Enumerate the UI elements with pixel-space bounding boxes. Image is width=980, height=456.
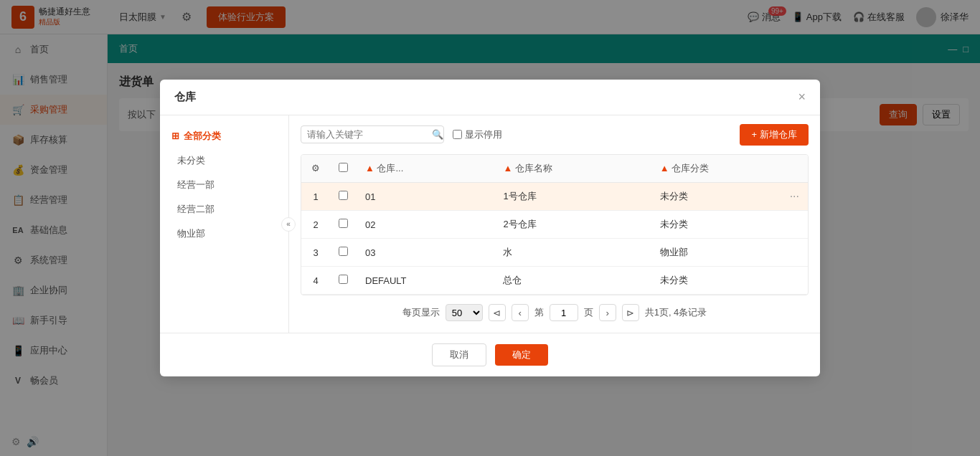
pagination: 每页显示 50 100 200 ⊲ ‹ 第 页 › ⊳ 共1页, 4条记录 <box>301 295 809 324</box>
category-item-ops1[interactable]: 经营一部 <box>160 173 288 197</box>
warehouse-table: ⚙ ▲ 仓库... ▲ 仓库名称 ▲ 仓库分类 1 01 <box>301 154 809 296</box>
row-checkbox-cell <box>330 267 357 295</box>
warehouse-modal: 仓库 × ⊞ 全部分类 未分类 经营一部 经营二部 物业部 « <box>160 80 820 377</box>
sort-icon: ▲ <box>365 163 374 174</box>
category-item-property[interactable]: 物业部 <box>160 222 288 246</box>
checkbox-header <box>330 155 357 183</box>
right-toolbar: 🔍 显示停用 + 新增仓库 <box>301 124 809 146</box>
row-checkbox[interactable] <box>339 275 348 284</box>
per-page-label: 每页显示 <box>402 306 440 319</box>
modal-title: 仓库 <box>174 90 196 104</box>
last-page-button[interactable]: ⊳ <box>622 304 639 321</box>
row-checkbox[interactable] <box>339 219 348 228</box>
search-box: 🔍 <box>301 125 444 143</box>
row-checkbox-cell <box>330 211 357 239</box>
row-name: 1号仓库 <box>494 182 651 211</box>
page-unit: 页 <box>584 306 593 319</box>
modal-overlay: 仓库 × ⊞ 全部分类 未分类 经营一部 经营二部 物业部 « <box>0 0 980 456</box>
row-name: 2号仓库 <box>494 211 651 239</box>
row-num: 1 <box>301 182 330 211</box>
code-header: ▲ 仓库... <box>357 155 494 183</box>
next-page-button[interactable]: › <box>599 304 616 321</box>
warehouse-list-panel: 🔍 显示停用 + 新增仓库 <box>289 115 820 333</box>
plus-icon: + <box>751 129 757 140</box>
modal-footer: 取消 确定 <box>160 333 820 376</box>
row-code: 03 <box>357 239 494 267</box>
modal-header: 仓库 × <box>160 80 820 115</box>
table-header-row: ⚙ ▲ 仓库... ▲ 仓库名称 ▲ 仓库分类 <box>301 155 808 183</box>
row-category: 物业部 <box>651 239 808 267</box>
sort-icon-cat: ▲ <box>660 163 669 174</box>
row-name: 水 <box>494 239 651 267</box>
row-checkbox-cell <box>330 239 357 267</box>
category-item-ops2[interactable]: 经营二部 <box>160 197 288 222</box>
sort-icon-name: ▲ <box>503 163 512 174</box>
cancel-button[interactable]: 取消 <box>432 343 486 366</box>
row-num: 2 <box>301 211 330 239</box>
gear-header: ⚙ <box>301 155 330 183</box>
modal-body: ⊞ 全部分类 未分类 经营一部 经营二部 物业部 « 🔍 <box>160 115 820 333</box>
row-checkbox-cell <box>330 182 357 211</box>
table-row[interactable]: 3 03 水 物业部 <box>301 239 808 267</box>
collapse-button[interactable]: « <box>281 217 296 232</box>
row-code: 02 <box>357 211 494 239</box>
category-header: ▲ 仓库分类 <box>651 155 808 183</box>
show-disabled-checkbox[interactable] <box>453 130 462 139</box>
per-page-select[interactable]: 50 100 200 <box>446 304 483 321</box>
row-checkbox[interactable] <box>339 191 348 200</box>
gear-icon: ⚙ <box>311 163 320 174</box>
row-code: DEFAULT <box>357 267 494 295</box>
table-row[interactable]: 1 01 1号仓库 未分类 ··· <box>301 182 808 211</box>
row-num: 4 <box>301 267 330 295</box>
row-code: 01 <box>357 182 494 211</box>
category-item-unclassified[interactable]: 未分类 <box>160 148 288 173</box>
total-label: 共1页, 4条记录 <box>645 306 707 319</box>
name-header: ▲ 仓库名称 <box>494 155 651 183</box>
category-panel: ⊞ 全部分类 未分类 经营一部 经营二部 物业部 « <box>160 115 289 333</box>
row-checkbox[interactable] <box>339 247 348 256</box>
page-input[interactable] <box>550 304 578 321</box>
row-category: 未分类 <box>651 211 808 239</box>
show-disabled-label[interactable]: 显示停用 <box>453 128 502 141</box>
select-all-checkbox[interactable] <box>339 163 348 172</box>
row-name: 总仓 <box>494 267 651 295</box>
page-label: 第 <box>534 306 544 319</box>
show-disabled-text: 显示停用 <box>465 128 502 141</box>
table-row[interactable]: 2 02 2号仓库 未分类 <box>301 211 808 239</box>
modal-close-button[interactable]: × <box>798 90 806 105</box>
confirm-button[interactable]: 确定 <box>495 344 548 366</box>
first-page-button[interactable]: ⊲ <box>489 304 506 321</box>
prev-page-button[interactable]: ‹ <box>512 304 529 321</box>
search-icon[interactable]: 🔍 <box>432 129 443 140</box>
grid-icon: ⊞ <box>171 130 179 141</box>
row-category: 未分类 <box>651 267 808 295</box>
search-input[interactable] <box>307 129 428 140</box>
row-more-icon[interactable]: ··· <box>790 190 799 203</box>
all-categories-label: 全部分类 <box>184 130 221 143</box>
new-warehouse-label: 新增仓库 <box>760 128 797 141</box>
table-row[interactable]: 4 DEFAULT 总仓 未分类 <box>301 267 808 295</box>
new-warehouse-button[interactable]: + 新增仓库 <box>740 124 809 146</box>
all-categories-item[interactable]: ⊞ 全部分类 <box>160 124 288 148</box>
row-num: 3 <box>301 239 330 267</box>
row-category: 未分类 ··· <box>651 183 808 211</box>
